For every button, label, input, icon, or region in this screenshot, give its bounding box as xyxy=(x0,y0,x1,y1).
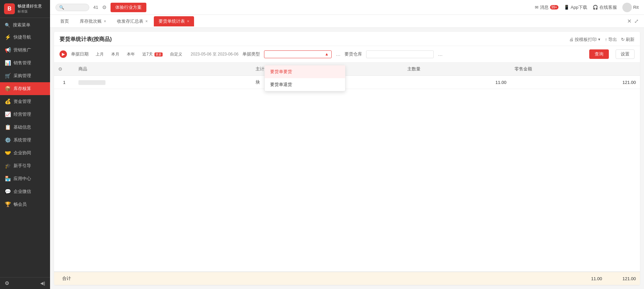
sidebar-item-label: 资金管理 xyxy=(14,98,31,105)
topbar-gear-icon[interactable]: ⚙ xyxy=(102,4,106,10)
sidebar-item-label: 库存核算 xyxy=(14,86,31,92)
date-btn-recent[interactable]: 近7天 更多 xyxy=(139,50,166,59)
download-icon: 📱 xyxy=(564,5,569,10)
service-icon: 🎧 xyxy=(593,5,598,10)
warehouse-filter-input[interactable] xyxy=(369,52,431,57)
type-filter-label: 单据类型 xyxy=(242,51,260,57)
type-dropdown-popup: 要货单要货 要货单退货 xyxy=(264,65,345,91)
inventory-icon: 📦 xyxy=(5,86,11,92)
dropdown-option-return[interactable]: 要货单退货 xyxy=(265,78,345,91)
sales-icon: 📊 xyxy=(5,60,11,66)
warehouse-more-btn[interactable]: … xyxy=(438,51,443,57)
app-subtitle: 标准版 xyxy=(18,9,42,14)
close-tab-icon[interactable]: ✕ xyxy=(627,18,631,24)
sidebar-item-label: 经营管理 xyxy=(14,111,31,117)
sidebar-item-quick-nav[interactable]: ⚡快捷导航 xyxy=(0,31,50,44)
dropdown-option-order[interactable]: 要货单要货 xyxy=(265,65,345,78)
type-filter-input[interactable] xyxy=(267,52,323,57)
online-service-label: 在线客服 xyxy=(599,4,617,10)
tab-label-batch-account: 库存批次账 xyxy=(80,18,102,24)
sidebar-item-operations[interactable]: 📈经营管理 xyxy=(0,108,50,121)
print-label: 按模板打印 xyxy=(575,37,597,43)
tab-close-batch-account[interactable]: × xyxy=(104,19,106,24)
print-arrow: ▼ xyxy=(598,38,601,41)
tab-close-order-stats[interactable]: × xyxy=(187,19,189,24)
type-filter-input-wrap: ▲ 要货单要货 要货单退货 xyxy=(264,50,332,58)
sidebar-footer: ⚙ ◀‖ xyxy=(0,277,50,289)
app-download-button[interactable]: 📱 App下载 xyxy=(564,4,587,10)
topbar-right: ✉ 消息 99+ 📱 App下载 🎧 在线客服 Rit xyxy=(535,3,639,12)
messages-label: 消息 xyxy=(540,4,549,10)
date-btn-up[interactable]: 上月 xyxy=(93,50,107,59)
messages-badge: 99+ xyxy=(550,5,558,9)
refresh-icon: ↻ xyxy=(621,37,625,42)
topbar-search[interactable]: 🔍 xyxy=(55,4,89,11)
expand-toggle[interactable]: ▶ xyxy=(59,50,67,58)
print-icon: 🖨 xyxy=(569,37,574,42)
user-menu[interactable]: Rit xyxy=(622,3,639,12)
sidebar-item-sales[interactable]: 📊销售管理 xyxy=(0,57,50,69)
sidebar-item-label: 系统管理 xyxy=(14,137,31,143)
print-button[interactable]: 🖨 按模板打印 ▼ xyxy=(569,37,601,43)
col-product: 商品 xyxy=(74,63,252,76)
sidebar-item-system[interactable]: ⚙️系统管理 xyxy=(0,134,50,147)
tab-close-collect-summary[interactable]: × xyxy=(145,19,148,24)
tab-batch-account[interactable]: 库存批次账× xyxy=(75,16,111,26)
col-settings-icon[interactable]: ⚙ xyxy=(58,66,63,72)
table-body: 1 块 11.00 121.00 xyxy=(54,76,640,89)
tab-label-collect-summary: 收发存汇总表 xyxy=(117,18,143,24)
messages-button[interactable]: ✉ 消息 99+ xyxy=(535,4,558,10)
sidebar-item-purchase[interactable]: 🛒采购管理 xyxy=(0,69,50,82)
expand-tab-icon[interactable]: ⤢ xyxy=(634,18,639,24)
enterprise-icon: 🤝 xyxy=(5,150,11,156)
cell-product-0 xyxy=(74,76,252,89)
settings-icon[interactable]: ⚙ xyxy=(5,280,9,286)
trial-button[interactable]: 体验行业方案 xyxy=(111,3,146,12)
date-btn-custom[interactable]: 自定义 xyxy=(167,50,185,59)
sidebar-item-vip[interactable]: 🏆畅会员 xyxy=(0,198,50,211)
apps-icon: 🏪 xyxy=(5,176,11,182)
footer-amount: 121.00 xyxy=(602,276,636,281)
sidebar-item-wechat[interactable]: 💬企业微信 xyxy=(0,185,50,198)
date-btn-year[interactable]: 本年 xyxy=(124,50,138,59)
tab-collect-summary[interactable]: 收发存汇总表× xyxy=(112,16,152,26)
tab-order-stats[interactable]: 要货单统计表× xyxy=(154,16,194,26)
finance-icon: 💰 xyxy=(5,98,11,105)
sidebar-item-marketing[interactable]: 📢营销推广 xyxy=(0,44,50,57)
sidebar: B 畅捷通好生意 标准版 🔍 搜索菜单 ⚡快捷导航📢营销推广📊销售管理🛒采购管理… xyxy=(0,0,50,289)
wechat-icon: 💬 xyxy=(5,188,11,195)
sidebar-item-guide[interactable]: 🎓新手引导 xyxy=(0,159,50,172)
date-btn-current[interactable]: 本月 xyxy=(108,50,122,59)
export-button[interactable]: ↑ 导出 xyxy=(605,37,617,43)
col-qty: 主数量 xyxy=(403,63,510,76)
user-avatar xyxy=(622,3,632,12)
sidebar-item-basic[interactable]: 📋基础信息 xyxy=(0,121,50,134)
settings-button[interactable]: 设置 xyxy=(616,49,635,59)
sidebar-item-apps[interactable]: 🏪应用中心 xyxy=(0,172,50,185)
user-name: Rit xyxy=(633,5,639,10)
message-icon: ✉ xyxy=(535,5,539,10)
type-dropdown-arrow[interactable]: ▲ xyxy=(325,52,329,57)
query-button[interactable]: 查询 xyxy=(589,49,609,59)
table-header-row: ⚙ 商品 主计量单位 主数量 零售金额 xyxy=(54,63,640,76)
type-more-btn[interactable]: … xyxy=(336,51,340,57)
footer-qty: 11.00 xyxy=(568,276,602,281)
refresh-button[interactable]: ↻ 刷新 xyxy=(621,37,635,43)
collapse-icon[interactable]: ◀‖ xyxy=(40,281,45,286)
sidebar-item-label: 基础信息 xyxy=(14,124,31,130)
sidebar-item-label: 新手引导 xyxy=(14,163,31,169)
recent-tag: 更多 xyxy=(154,52,163,57)
cell-no-0: 1 xyxy=(54,76,74,89)
system-icon: ⚙️ xyxy=(5,137,11,143)
export-label: 导出 xyxy=(608,37,617,43)
sidebar-item-finance[interactable]: 💰资金管理 xyxy=(0,95,50,108)
sidebar-item-inventory[interactable]: 📦库存核算 xyxy=(0,82,50,95)
online-service-button[interactable]: 🎧 在线客服 xyxy=(593,4,617,10)
table-footer: 合计 11.00 121.00 xyxy=(54,271,640,285)
sidebar-search[interactable]: 🔍 搜索菜单 xyxy=(0,19,50,31)
page-header: 要货单统计表(按商品) 🖨 按模板打印 ▼ ↑ 导出 ↻ 刷新 xyxy=(54,32,640,46)
sidebar-item-enterprise[interactable]: 🤝企业协同 xyxy=(0,147,50,159)
sidebar-item-label: 销售管理 xyxy=(14,60,31,66)
warehouse-filter-input-wrap xyxy=(366,50,434,58)
tab-home[interactable]: 首页 xyxy=(55,16,74,26)
